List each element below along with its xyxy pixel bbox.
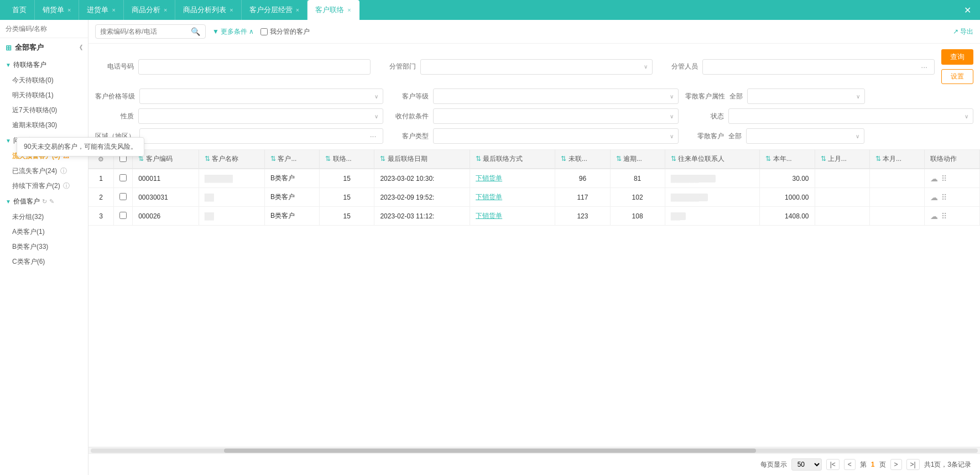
sidebar-item-today[interactable]: 今天待联络(0): [0, 73, 88, 88]
scrollbar-thumb[interactable]: [224, 448, 756, 453]
th-last-contact-method[interactable]: ⇅ 最后联络方式: [470, 150, 555, 169]
table-container: ⚙ ⇅ 客户编码 ⇅ 客户名称: [88, 150, 980, 447]
sidebar-search-input[interactable]: [6, 25, 88, 33]
region-select[interactable]: ···: [139, 128, 383, 144]
contact-action-icon[interactable]: ☁: [930, 193, 938, 202]
th-last-month[interactable]: ⇅ 上月...: [815, 150, 869, 169]
td-no-contact: 123: [555, 207, 610, 226]
filter-more-button[interactable]: ▼ 更多条件 ∧: [212, 27, 254, 36]
search-input[interactable]: [100, 28, 189, 35]
th-this-year[interactable]: ⇅ 本年...: [760, 150, 815, 169]
td-last-contact-method[interactable]: 下销货单: [470, 169, 555, 188]
tab-customer-layer[interactable]: 客户分层经营 ×: [242, 0, 307, 20]
td-last-contact-method[interactable]: 下销货单: [470, 207, 555, 226]
export-button[interactable]: ↗ 导出: [953, 27, 973, 36]
more-action-icon[interactable]: ⠿: [941, 174, 947, 183]
horizontal-scrollbar[interactable]: [88, 447, 980, 453]
td-code: 00030031: [133, 188, 199, 207]
close-icon[interactable]: ×: [230, 7, 233, 13]
customer-type-select[interactable]: ∨: [433, 128, 678, 144]
close-icon[interactable]: ×: [164, 7, 167, 13]
td-checkbox[interactable]: [114, 188, 133, 207]
td-checkbox[interactable]: [114, 207, 133, 226]
tab-sales[interactable]: 销货单 ×: [35, 0, 79, 20]
collapse-icon[interactable]: 《: [76, 44, 82, 52]
close-icon[interactable]: ×: [67, 7, 71, 13]
dots-icon[interactable]: ···: [368, 132, 379, 140]
sidebar-item-class-a[interactable]: A类客户(1): [0, 225, 88, 239]
retail-customer-select[interactable]: ∨: [746, 128, 865, 144]
per-page-select[interactable]: 50 100: [791, 458, 822, 471]
chevron-down-icon: ∨: [670, 93, 674, 100]
sidebar-item-overdue[interactable]: 逾期未联络(30): [0, 118, 88, 133]
th-type[interactable]: ⇅ 客户...: [265, 150, 320, 169]
th-company-contact[interactable]: ⇅ 往来单位联系人: [665, 150, 760, 169]
more-action-icon[interactable]: ⠿: [941, 212, 947, 221]
td-last-contact-method[interactable]: 下销货单: [470, 188, 555, 207]
person-select[interactable]: ···: [702, 59, 935, 75]
close-icon[interactable]: ×: [112, 7, 115, 13]
th-name[interactable]: ⇅ 客户名称: [199, 150, 264, 169]
sort-icon: ⇅: [380, 155, 385, 163]
filter-my-customers[interactable]: 我分管的客户: [260, 27, 310, 36]
tab-analysis[interactable]: 商品分析 ×: [124, 0, 175, 20]
sidebar-item-tomorrow[interactable]: 明天待联络(1): [0, 88, 88, 103]
th-this-month[interactable]: ⇅ 本月...: [869, 150, 924, 169]
next-page-button[interactable]: >: [890, 459, 902, 470]
sidebar-search-box[interactable]: 🔍: [0, 20, 88, 38]
close-icon[interactable]: ×: [347, 7, 351, 13]
level-select[interactable]: ∨: [433, 88, 678, 104]
refresh-icon[interactable]: ↻: [42, 198, 47, 205]
td-code: 000026: [133, 207, 199, 226]
payment-select[interactable]: ∨: [433, 108, 678, 124]
sidebar-item-declining[interactable]: 持续下滑客户(2) ⓘ: [0, 179, 88, 194]
sidebar-section-pending[interactable]: ▼ 待联络客户: [0, 57, 88, 73]
th-overdue[interactable]: ⇅ 逾期...: [610, 150, 665, 169]
th-no-contact[interactable]: ⇅ 未联...: [555, 150, 610, 169]
phone-input[interactable]: [138, 59, 371, 75]
tab-customer-contact[interactable]: 客户联络 ×: [307, 0, 359, 20]
search-box[interactable]: 🔍: [95, 24, 206, 39]
gender-select[interactable]: ∨: [138, 108, 383, 124]
sidebar-item-ungrouped[interactable]: 未分组(32): [0, 210, 88, 225]
status-select[interactable]: ∨: [728, 108, 973, 124]
retail-attr-select[interactable]: ∨: [747, 88, 866, 104]
sidebar-item-class-b[interactable]: B类客户(33): [0, 239, 88, 254]
tab-purchase[interactable]: 进货单 ×: [79, 0, 123, 20]
td-checkbox[interactable]: [114, 169, 133, 188]
close-icon[interactable]: ×: [296, 7, 299, 13]
scrollbar-track[interactable]: [91, 448, 978, 453]
first-page-button[interactable]: |<: [826, 459, 840, 470]
sidebar-all-customers[interactable]: ⊞ 全部客户 《: [0, 38, 88, 57]
sidebar-section-value[interactable]: ▼ 价值客户 ↻ ✎: [0, 194, 88, 210]
info-icon[interactable]: ⓘ: [60, 167, 67, 175]
contact-action-icon[interactable]: ☁: [930, 174, 938, 183]
sidebar-item-7days[interactable]: 近7天待联络(0): [0, 103, 88, 118]
td-code: 000011: [133, 169, 199, 188]
price-level-select[interactable]: ∨: [139, 88, 383, 104]
info-icon[interactable]: ⓘ: [63, 182, 70, 190]
td-action: ☁ ⠿: [924, 169, 979, 188]
query-button[interactable]: 查询: [941, 49, 973, 65]
sidebar-item-churned[interactable]: 已流失客户(24) ⓘ: [0, 164, 88, 179]
td-name: ██: [199, 188, 264, 207]
filter-row-2: 客户价格等级 ∨ 客户等级 ∨ 零散客户属性 全部: [95, 88, 973, 104]
last-page-button[interactable]: >|: [906, 459, 920, 470]
tab-analysis-list[interactable]: 商品分析列表 ×: [175, 0, 241, 20]
prev-page-button[interactable]: <: [844, 459, 856, 470]
dept-select[interactable]: ∨: [420, 59, 653, 75]
my-customers-checkbox[interactable]: [260, 28, 268, 35]
dots-icon[interactable]: ···: [919, 62, 930, 71]
settings-button[interactable]: 设置: [941, 69, 973, 84]
search-icon[interactable]: 🔍: [191, 27, 200, 36]
more-action-icon[interactable]: ⠿: [941, 193, 947, 202]
sidebar-item-class-c[interactable]: C类客户(6): [0, 254, 88, 269]
total-records: 共1页，3条记录: [924, 460, 971, 469]
th-contact[interactable]: ⇅ 联络...: [320, 150, 374, 169]
contact-action-icon[interactable]: ☁: [930, 212, 938, 221]
th-last-contact-date[interactable]: ⇅ 最后联络日期: [374, 150, 470, 169]
tab-home[interactable]: 首页: [4, 0, 35, 20]
edit-icon[interactable]: ✎: [49, 198, 54, 205]
global-close-button[interactable]: ✕: [960, 5, 976, 15]
td-last-month: [815, 207, 869, 226]
